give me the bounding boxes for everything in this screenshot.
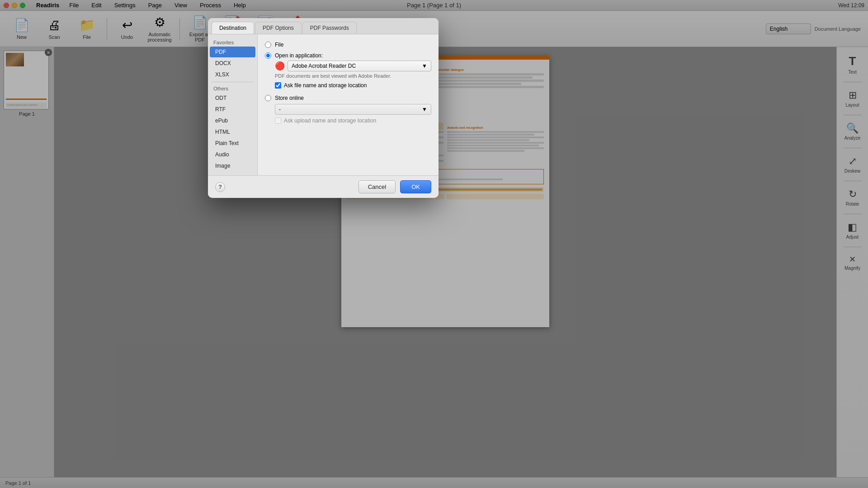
format-pdf[interactable]: PDF bbox=[210, 47, 255, 57]
radio-store-online-item[interactable]: Store online bbox=[265, 95, 431, 101]
help-button[interactable]: ? bbox=[215, 182, 225, 192]
radio-file-label: File bbox=[275, 42, 283, 48]
dialog-footer: ? Cancel OK bbox=[208, 175, 439, 198]
radio-store-online[interactable] bbox=[265, 95, 271, 101]
online-dropdown-arrow-icon: ▼ bbox=[422, 106, 427, 113]
online-option: - bbox=[279, 106, 281, 113]
format-audio[interactable]: Audio bbox=[210, 149, 255, 160]
format-odt[interactable]: ODT bbox=[210, 93, 255, 103]
ask-filename-checkbox[interactable] bbox=[275, 82, 281, 89]
radio-group: File Open in application: 🔴 Adobe Acroba… bbox=[265, 42, 431, 124]
format-docx[interactable]: DOCX bbox=[210, 58, 255, 69]
format-sep bbox=[212, 82, 254, 82]
acrobat-icon: 🔴 bbox=[275, 61, 285, 71]
app-dropdown[interactable]: Adobe Acrobat Reader DC ▼ bbox=[288, 61, 431, 71]
format-html[interactable]: HTML bbox=[210, 127, 255, 137]
ask-upload-label: Ask upload name and storage location bbox=[284, 117, 376, 124]
tab-pdf-passwords[interactable]: PDF Passwords bbox=[302, 22, 357, 34]
radio-file[interactable] bbox=[265, 42, 271, 48]
app-selector: 🔴 Adobe Acrobat Reader DC ▼ bbox=[275, 61, 431, 71]
ask-upload-checkbox[interactable] bbox=[275, 117, 281, 124]
app-hint: PDF documents are best viewed with Adobe… bbox=[275, 73, 431, 79]
online-dropdown[interactable]: - ▼ bbox=[275, 104, 431, 115]
ok-button[interactable]: OK bbox=[400, 180, 431, 193]
dialog-overlay: Destination PDF Options PDF Passwords Fa… bbox=[0, 0, 868, 488]
radio-store-online-label: Store online bbox=[275, 95, 304, 101]
ask-upload-row: Ask upload name and storage location bbox=[275, 117, 431, 124]
destination-options: File Open in application: 🔴 Adobe Acroba… bbox=[258, 34, 439, 175]
tab-destination[interactable]: Destination bbox=[212, 22, 254, 34]
dialog-tabs: Destination PDF Options PDF Passwords bbox=[208, 18, 439, 34]
ask-filename-label: Ask file name and storage location bbox=[284, 82, 367, 89]
radio-open-app-label: Open in application: bbox=[275, 52, 323, 59]
cancel-button[interactable]: Cancel bbox=[359, 180, 396, 193]
store-online-section: Store online - ▼ Ask upload name and sto… bbox=[265, 95, 431, 124]
favorites-label: Favorites bbox=[208, 38, 257, 46]
export-dialog: Destination PDF Options PDF Passwords Fa… bbox=[208, 18, 439, 198]
format-xlsx[interactable]: XLSX bbox=[210, 69, 255, 80]
dialog-body: Favorites PDF DOCX XLSX Others ODT RTF e… bbox=[208, 34, 439, 175]
format-rtf[interactable]: RTF bbox=[210, 104, 255, 115]
others-label: Others bbox=[208, 84, 257, 92]
format-list: Favorites PDF DOCX XLSX Others ODT RTF e… bbox=[208, 34, 258, 175]
radio-file-item[interactable]: File bbox=[265, 42, 431, 48]
format-epub[interactable]: ePub bbox=[210, 115, 255, 126]
format-image[interactable]: Image bbox=[210, 160, 255, 171]
radio-open-app-item[interactable]: Open in application: bbox=[265, 52, 431, 59]
format-plain-text[interactable]: Plain Text bbox=[210, 138, 255, 149]
ask-filename-row[interactable]: Ask file name and storage location bbox=[275, 82, 431, 89]
dropdown-arrow-icon: ▼ bbox=[422, 63, 427, 69]
radio-open-app-container: Open in application: 🔴 Adobe Acrobat Rea… bbox=[265, 52, 431, 89]
app-name: Adobe Acrobat Reader DC bbox=[292, 63, 356, 69]
radio-open-app[interactable] bbox=[265, 52, 271, 59]
tab-pdf-options[interactable]: PDF Options bbox=[255, 22, 302, 34]
